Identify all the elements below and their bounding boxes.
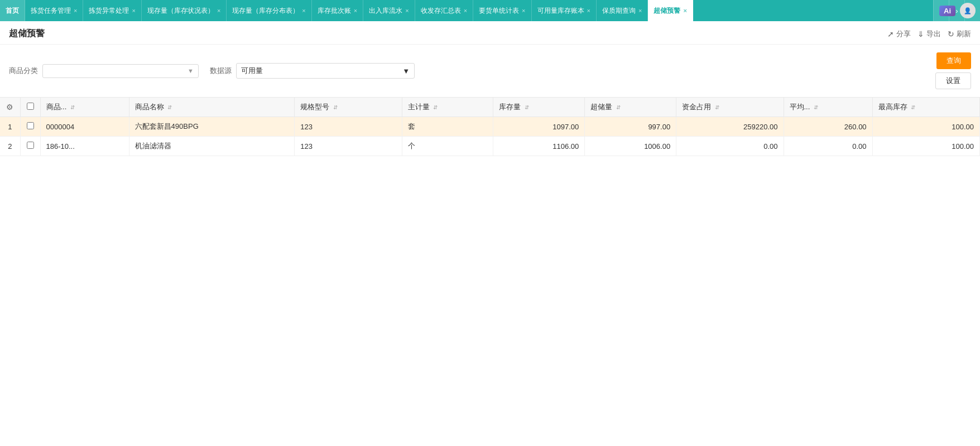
user-avatar[interactable]: 👤: [960, 3, 976, 18]
nav-tab-label-2: 拣货异常处理: [89, 6, 129, 16]
nav-tab-5[interactable]: 库存批次账 ×: [312, 0, 363, 21]
table-row: 2 186-10... 机油滤清器 123 个 1106.00 1006.00 …: [0, 137, 980, 156]
nav-tab-close-1[interactable]: ×: [74, 7, 77, 14]
td-over-stock-1: 1006.00: [585, 137, 676, 156]
td-index-1: 2: [0, 137, 20, 156]
export-label: 导出: [926, 29, 941, 39]
td-unit-0: 套: [402, 117, 493, 137]
sort-icon-avg: ⇵: [814, 104, 818, 110]
nav-tab-4[interactable]: 现存量（库存分布表） ×: [227, 0, 311, 21]
td-product-code-0: 0000004: [40, 117, 129, 137]
datasource-chevron-icon: ▼: [402, 67, 410, 75]
nav-tab-3[interactable]: 现存量（库存状况表） ×: [142, 0, 227, 21]
filter-buttons: 查询 设置: [935, 52, 971, 89]
sort-icon-max-stock: ⇵: [911, 104, 915, 110]
th-spec-label: 规格型号: [300, 103, 329, 111]
th-product-code[interactable]: 商品... ⇵: [40, 98, 129, 117]
settings-button[interactable]: 设置: [935, 72, 971, 89]
th-product-name[interactable]: 商品名称 ⇵: [129, 98, 295, 117]
header-actions: ➚ 分享 ⇓ 导出 ↻ 刷新: [887, 29, 971, 39]
row-checkbox-0[interactable]: [27, 122, 34, 129]
td-spec-0: 123: [295, 117, 402, 137]
nav-tab-close-3[interactable]: ×: [217, 7, 220, 14]
th-over-stock[interactable]: 超储量 ⇵: [585, 98, 676, 117]
nav-tab-label-10: 保质期查询: [602, 6, 636, 16]
th-spec[interactable]: 规格型号 ⇵: [295, 98, 402, 117]
nav-tab-close-7[interactable]: ×: [464, 7, 467, 14]
share-label: 分享: [896, 29, 911, 39]
th-unit[interactable]: 主计量 ⇵: [402, 98, 493, 117]
query-button[interactable]: 查询: [936, 52, 971, 69]
nav-tab-label-11: 超储预警: [654, 6, 680, 16]
page-content: 超储预警 ➚ 分享 ⇓ 导出 ↻ 刷新 商品分类 ▼ 数据源: [0, 21, 980, 446]
td-checkbox-0[interactable]: [20, 117, 40, 137]
nav-tab-8[interactable]: 要货单统计表 ×: [473, 0, 531, 21]
nav-tab-label-6: 出入库流水: [369, 6, 402, 16]
nav-tab-7[interactable]: 收发存汇总表 ×: [415, 0, 473, 21]
sort-icon-spec: ⇵: [333, 104, 338, 110]
td-avg-0: 260.00: [784, 117, 872, 137]
td-over-stock-0: 997.00: [585, 117, 676, 137]
user-avatar-icon: 👤: [964, 7, 972, 14]
td-product-name-0: 六配套新昌490BPG: [129, 117, 295, 137]
nav-tab-9[interactable]: 可用量库存账本 ×: [532, 0, 597, 21]
td-stock-1: 1106.00: [493, 137, 585, 156]
select-all-checkbox[interactable]: [27, 103, 34, 110]
th-capital[interactable]: 资金占用 ⇵: [676, 98, 784, 117]
td-product-code-1: 186-10...: [40, 137, 129, 156]
th-capital-label: 资金占用: [682, 103, 711, 111]
th-avg[interactable]: 平均... ⇵: [784, 98, 872, 117]
ai-badge[interactable]: Ai: [939, 6, 955, 16]
nav-tab-label-8: 要货单统计表: [479, 6, 519, 16]
td-avg-1: 0.00: [784, 137, 872, 156]
nav-tab-close-10[interactable]: ×: [638, 7, 642, 14]
sort-icon-capital: ⇵: [715, 104, 719, 110]
nav-tab-label-9: 可用量库存账本: [537, 6, 584, 16]
nav-tab-2[interactable]: 拣货异常处理 ×: [83, 0, 141, 21]
nav-tab-close-9[interactable]: ×: [587, 7, 590, 14]
th-gear[interactable]: ⚙: [0, 98, 20, 117]
nav-tab-6[interactable]: 出入库流水 ×: [363, 0, 415, 21]
row-checkbox-1[interactable]: [27, 142, 34, 149]
td-capital-0: 259220.00: [676, 117, 784, 137]
sort-icon-over-stock: ⇵: [616, 104, 621, 110]
th-checkbox[interactable]: [20, 98, 40, 117]
refresh-button[interactable]: ↻ 刷新: [948, 29, 971, 39]
th-max-stock[interactable]: 最高库存 ⇵: [872, 98, 979, 117]
nav-tab-home[interactable]: 首页: [0, 0, 25, 21]
nav-tab-11[interactable]: 超储预警 ×: [648, 0, 693, 21]
td-index-0: 1: [0, 117, 20, 137]
top-nav: 首页 拣货任务管理 × 拣货异常处理 × 现存量（库存状况表） × 现存量（库存…: [0, 0, 980, 21]
nav-tab-close-5[interactable]: ×: [354, 7, 357, 14]
filter-area: 商品分类 ▼ 数据源 可用量 ▼ 查询 设置: [0, 45, 980, 97]
td-stock-0: 1097.00: [493, 117, 585, 137]
share-button[interactable]: ➚ 分享: [887, 29, 911, 39]
nav-tab-close-11[interactable]: ×: [683, 7, 686, 14]
category-label: 商品分类: [9, 66, 38, 76]
datasource-select[interactable]: 可用量 ▼: [236, 63, 415, 79]
sort-icon-stock: ⇵: [525, 104, 529, 110]
gear-settings-icon[interactable]: ⚙: [6, 103, 13, 112]
refresh-icon: ↻: [948, 30, 954, 38]
nav-tab-close-6[interactable]: ×: [405, 7, 409, 14]
nav-tab-label-3: 现存量（库存状况表）: [147, 6, 214, 16]
category-chevron-icon: ▼: [188, 67, 194, 74]
table-header-row: ⚙ 商品... ⇵ 商品名称 ⇵ 规格型号 ⇵: [0, 98, 980, 117]
nav-tab-1[interactable]: 拣货任务管理 ×: [25, 0, 83, 21]
datasource-label: 数据源: [210, 66, 232, 76]
nav-tab-close-4[interactable]: ×: [302, 7, 305, 14]
th-stock-label: 库存量: [499, 103, 521, 111]
nav-tab-label-4: 现存量（库存分布表）: [232, 6, 299, 16]
category-select[interactable]: ▼: [42, 64, 199, 78]
export-button[interactable]: ⇓ 导出: [917, 29, 941, 39]
th-stock[interactable]: 库存量 ⇵: [493, 98, 585, 117]
nav-tab-close-2[interactable]: ×: [132, 7, 135, 14]
td-checkbox-1[interactable]: [20, 137, 40, 156]
export-icon: ⇓: [917, 30, 924, 38]
page-title: 超储预警: [9, 28, 45, 40]
data-table: ⚙ 商品... ⇵ 商品名称 ⇵ 规格型号 ⇵: [0, 97, 980, 156]
nav-tab-label-5: 库存批次账: [318, 6, 351, 16]
nav-tab-label-7: 收发存汇总表: [421, 6, 461, 16]
nav-tab-10[interactable]: 保质期查询 ×: [597, 0, 648, 21]
nav-tab-close-8[interactable]: ×: [522, 7, 525, 14]
